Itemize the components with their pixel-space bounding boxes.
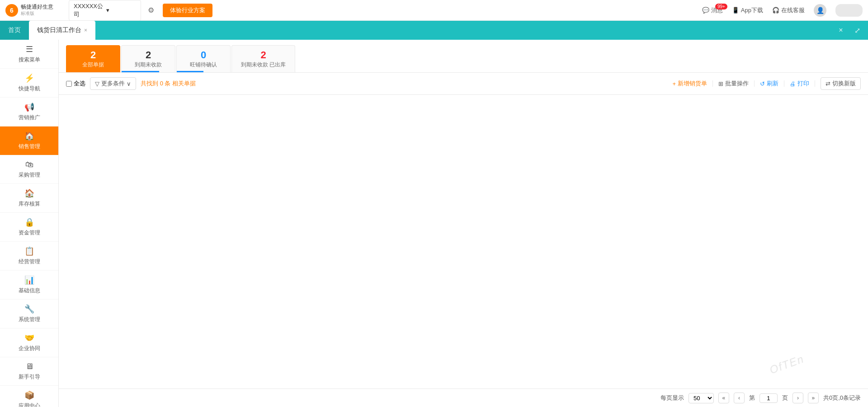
stat-unshipped-num: 2 (241, 49, 286, 61)
batch-label: 批量操作 (725, 80, 749, 88)
sidebar-item-sales-label: 销售管理 (19, 143, 40, 150)
sidebar-item-app-center[interactable]: 📦 应用中心 (0, 386, 58, 407)
messages-button[interactable]: 💬 消息 99+ (702, 6, 723, 14)
sidebar-item-guide-label: 新手引导 (19, 373, 40, 381)
operations-icon: 📋 (24, 246, 34, 256)
messages-badge: 99+ (715, 4, 727, 9)
switch-version-button[interactable]: ⇄ 切换新版 (821, 77, 861, 90)
refresh-button[interactable]: ↺ 刷新 (760, 80, 778, 88)
download-icon: 📱 (732, 7, 739, 14)
sidebar-item-finance[interactable]: 🔒 资金管理 (0, 213, 58, 242)
toolbar-divider-2 (754, 80, 755, 87)
stat-all-num: 2 (75, 49, 111, 61)
tab-active[interactable]: 钱货日清工作台 × (29, 21, 95, 40)
page-suffix: 页 (782, 394, 788, 402)
found-number: 0 (160, 80, 163, 87)
sidebar-item-system[interactable]: 🔧 系统管理 (0, 299, 58, 328)
app-name: 畅捷通好生意 (21, 4, 53, 11)
logo-text-area: 畅捷通好生意 标准版 (21, 4, 53, 17)
filter-button[interactable]: ▽ 更多条件 ∨ (90, 77, 136, 90)
stat-wangpu-label: 旺铺待确认 (186, 61, 221, 69)
online-service-button[interactable]: 🎧 在线客服 (772, 6, 805, 14)
nav-minimize-button[interactable]: × (835, 24, 847, 37)
finance-icon: 🔒 (24, 217, 34, 227)
found-count: 共找到 0 条 相关单据 (141, 80, 196, 88)
refresh-icon: ↺ (760, 80, 765, 87)
refresh-label: 刷新 (767, 80, 778, 88)
filter-label: 更多条件 (101, 80, 125, 88)
app-download-label: App下载 (741, 6, 763, 14)
found-unit: 条 (165, 80, 170, 87)
sidebar-item-quick-nav[interactable]: ⚡ 快捷导航 (0, 69, 58, 98)
page-input[interactable] (760, 393, 778, 403)
gear-icon: ⚙ (148, 6, 154, 14)
select-all-input[interactable] (66, 81, 72, 87)
cooperation-icon: 🤝 (24, 333, 34, 343)
switch-label: 切换新版 (832, 80, 856, 88)
found-prefix: 共找到 (141, 80, 158, 87)
stat-tab-wangpu[interactable]: 0 旺铺待确认 (176, 45, 231, 72)
print-icon: 🖨 (790, 80, 796, 87)
chevron-down-icon: ▾ (106, 7, 136, 14)
nav-maximize-button[interactable]: ⤢ (851, 24, 863, 37)
trial-button[interactable]: 体验行业方案 (163, 4, 212, 17)
stat-overdue-label: 到期未收款 (131, 61, 166, 69)
tab-home[interactable]: 首页 (0, 21, 29, 40)
add-icon: + (672, 80, 676, 87)
sidebar-item-marketing-label: 营销推广 (19, 114, 40, 122)
marketing-icon: 📢 (24, 102, 34, 112)
system-icon: 🔧 (24, 304, 34, 314)
app-center-icon: 📦 (24, 390, 34, 400)
stat-tab-unshipped[interactable]: 2 到期未收款 已出库 (231, 45, 295, 72)
stat-all-label: 全部单据 (75, 61, 111, 69)
app-download-button[interactable]: 📱 App下载 (732, 6, 763, 14)
company-name: XXXXXX公司 (74, 2, 104, 19)
prev-page-button[interactable]: ‹ (734, 393, 745, 403)
sidebar-item-inventory[interactable]: 🏠 库存核算 (0, 184, 58, 213)
sidebar-item-operations-label: 经营管理 (19, 258, 40, 266)
print-button[interactable]: 🖨 打印 (790, 80, 809, 88)
add-btn-label: 新增销货单 (678, 80, 707, 88)
sidebar-item-search-label: 搜索菜单 (19, 56, 40, 64)
next-page-button[interactable]: › (793, 393, 803, 403)
sidebar-item-inventory-label: 库存核算 (19, 200, 40, 208)
sidebar-item-sales[interactable]: 🏠 销售管理 (0, 126, 58, 155)
per-page-select[interactable]: 50 10 20 100 (689, 393, 714, 403)
sidebar-item-base-info[interactable]: 📊 基础信息 (0, 271, 58, 299)
toolbar-right: + 新增销货单 ⊞ 批量操作 ↺ 刷新 🖨 打印 (672, 77, 861, 90)
settings-button[interactable]: ⚙ (144, 3, 158, 18)
app-edition: 标准版 (21, 10, 53, 17)
switch-icon: ⇄ (826, 80, 830, 87)
tab-active-label: 钱货日清工作台 (37, 26, 81, 34)
pagination-bar: 每页显示 50 10 20 100 « ‹ 第 页 › » 共0页,0条记录 (59, 388, 868, 407)
user-info[interactable] (835, 4, 863, 17)
select-all-checkbox[interactable]: 全选 (66, 80, 85, 88)
batch-button[interactable]: ⊞ 批量操作 (718, 80, 749, 88)
sidebar-item-guide[interactable]: 🖥 新手引导 (0, 357, 58, 386)
tab-close-icon[interactable]: × (84, 27, 87, 33)
stat-unshipped-label: 到期未收款 已出库 (241, 61, 286, 69)
stat-tab-all[interactable]: 2 全部单据 (66, 45, 120, 72)
filter-icon: ▽ (95, 80, 99, 87)
company-selector[interactable]: XXXXXX公司 ▾ (69, 0, 141, 21)
sidebar-item-operations[interactable]: 📋 经营管理 (0, 242, 58, 271)
stat-overdue-num: 2 (131, 49, 166, 61)
batch-icon: ⊞ (718, 80, 723, 87)
guide-icon: 🖥 (25, 362, 33, 371)
first-page-button[interactable]: « (718, 393, 729, 403)
sidebar-item-cooperation[interactable]: 🤝 企业协同 (0, 328, 58, 357)
quick-nav-icon: ⚡ (24, 73, 34, 83)
stat-tab-overdue[interactable]: 2 到期未收款 (121, 45, 175, 72)
sidebar-item-marketing[interactable]: 📢 营销推广 (0, 98, 58, 126)
last-page-button[interactable]: » (808, 393, 819, 403)
add-sales-button[interactable]: + 新增销货单 (672, 80, 707, 88)
online-service-label: 在线客服 (781, 6, 805, 14)
sidebar-item-search[interactable]: ☰ 搜索菜单 (0, 40, 58, 69)
content-area: 2 全部单据 2 到期未收款 0 旺铺待确认 2 到期未收款 已出库 全选 (59, 40, 868, 407)
sidebar-item-purchase[interactable]: 🛍 采购管理 (0, 155, 58, 184)
filter-chevron-icon: ∨ (127, 80, 131, 87)
sidebar-item-app-center-label: 应用中心 (19, 402, 40, 407)
nav-controls: × ⤢ (835, 24, 868, 37)
avatar[interactable]: 👤 (814, 4, 826, 17)
sidebar-item-base-info-label: 基础信息 (19, 287, 40, 295)
